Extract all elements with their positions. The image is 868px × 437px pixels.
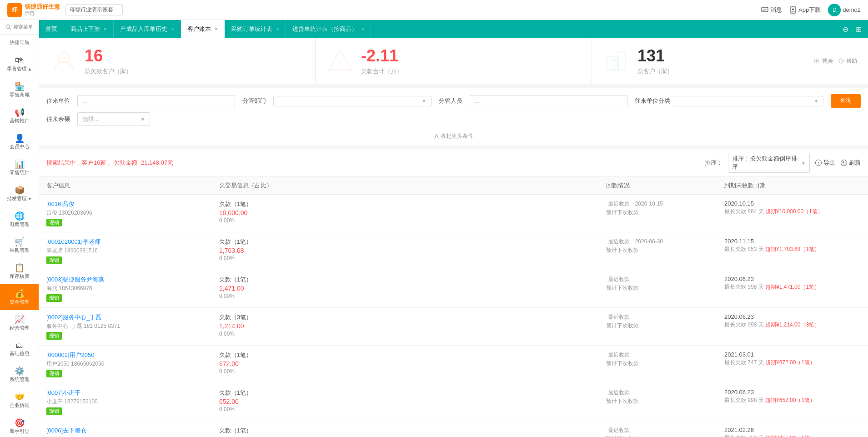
- filter-person-label: 分管人员: [439, 97, 466, 105]
- filter-unit-input[interactable]: ...: [77, 95, 235, 107]
- stat-card-total-customers: 131 总客户（家） 视频 ? 帮助: [592, 38, 868, 84]
- industry-select[interactable]: 母婴行业演示账套: [65, 4, 123, 15]
- message-btn[interactable]: 消息: [761, 6, 782, 14]
- export-btn[interactable]: ↑ 导出: [815, 159, 835, 167]
- filter-dept-label: 分管部门: [242, 97, 270, 105]
- sidebar-item-basic-info[interactable]: 🗂 基础信息: [0, 336, 39, 362]
- customer-name-1[interactable]: [0001020001]李老师: [46, 238, 100, 245]
- stats-section: ¥ 16 总欠款客户（家） !: [39, 38, 868, 84]
- tab-close-customer-account[interactable]: ×: [215, 26, 218, 32]
- filter-person-dots: ...: [475, 98, 480, 105]
- refresh-btn[interactable]: ↻ 刷新: [841, 159, 861, 167]
- customer-name-2[interactable]: [0003]畅捷服务尹海燕: [46, 276, 104, 283]
- sidebar-item-search[interactable]: 搜索菜单: [0, 20, 39, 35]
- sidebar-item-enterprise[interactable]: 🤝 企业协同: [0, 387, 39, 413]
- sidebar-item-system[interactable]: ⚙️ 系统管理: [0, 362, 39, 387]
- overdue-link-6[interactable]: 超期¥455.90（1笔）: [765, 435, 815, 437]
- tab-incoming-stats[interactable]: 进货单统计表（按商品） ×: [286, 20, 371, 38]
- stat-icon-total-debt: !: [326, 47, 354, 75]
- video-link[interactable]: 视频: [814, 57, 833, 65]
- collapse-label: 收起更多条件: [441, 132, 473, 140]
- tab-home[interactable]: 首页: [39, 20, 64, 38]
- refresh-icon: ↻: [841, 160, 847, 166]
- customer-info-1: [0001020001]李老师 李老师 18600391516 现销: [46, 238, 219, 264]
- filter-balance-label: 往来余额: [46, 115, 74, 123]
- customer-name-5[interactable]: [0007]小迸干: [46, 389, 80, 396]
- tab-collapse-btn[interactable]: ⊖: [840, 24, 851, 35]
- customer-name-3[interactable]: [0002]服务中心_丁磊: [46, 314, 101, 321]
- filter-person-input[interactable]: ...: [470, 95, 627, 107]
- help-link[interactable]: ? 帮助: [838, 57, 857, 65]
- customer-tag-2: 现销: [46, 294, 62, 302]
- result-actions: 排序： 排序：按欠款金额倒序排序 ▼ ↑ 导出 ↻ 刷新: [705, 153, 861, 173]
- brand-name: 畅捷通好生意: [25, 3, 60, 10]
- filter-dept: 分管部门 ▼: [242, 96, 431, 106]
- tab-close-product-history[interactable]: ×: [171, 26, 174, 32]
- debt-customers-number: 16: [85, 46, 132, 65]
- stat-icon-total-customers: [603, 47, 630, 75]
- sidebar-item-retail-stats[interactable]: 📊 零售统计: [0, 155, 39, 181]
- svg-marker-12: [816, 60, 818, 62]
- customer-name-0[interactable]: [0016]吕俊: [46, 201, 75, 207]
- sidebar-item-batch-mgmt[interactable]: 📦 批发管理▼: [0, 181, 39, 206]
- sidebar-item-retail-mall[interactable]: 🏪 零售商城: [0, 77, 39, 103]
- filter-category-arrow: ▼: [814, 99, 818, 104]
- user-menu[interactable]: D demo2: [828, 4, 861, 16]
- tab-close-product-off[interactable]: ×: [104, 26, 107, 32]
- sort-select[interactable]: 排序：按欠款金额倒序排序 ▼: [728, 153, 810, 173]
- filter-balance-select[interactable]: 选择... ▼: [77, 112, 150, 126]
- customer-name-6[interactable]: [0006]去下粮仓: [46, 427, 86, 434]
- sort-arrow: ▼: [801, 161, 806, 166]
- stat-info-total-debt: -2.11 欠款合计（万）: [361, 46, 402, 75]
- top-bar-right: 消息 App下载 D demo2: [761, 4, 861, 16]
- overdue-link-1[interactable]: 超期¥1,703.68（1笔）: [765, 246, 820, 252]
- customer-info-0: [0016]吕俊 吕俊 13026203696 现销: [46, 200, 219, 226]
- sidebar-item-operations[interactable]: 📈 经营管理: [0, 310, 39, 336]
- filter-section: 往来单位 ... 分管部门 ▼ 分管人员 ...: [39, 88, 868, 146]
- total-customers-number: 131: [637, 46, 673, 65]
- sidebar-item-member[interactable]: 👤 会员中心: [0, 129, 39, 155]
- sidebar-item-finance[interactable]: 💰 资金管理: [0, 284, 39, 310]
- customer-info-6: [0006]去下粮仓 陈小帝 现销: [46, 427, 219, 437]
- customer-tag-4: 现销: [46, 370, 62, 377]
- filter-dept-input[interactable]: ▼: [273, 96, 431, 106]
- customer-contact-2: 海燕 18513066976: [46, 285, 219, 292]
- tab-close-purchase-order[interactable]: ×: [276, 26, 279, 32]
- sidebar-item-retail-mgmt[interactable]: 🛍 零售管理▲: [0, 50, 39, 77]
- col-header-overdue: 到期未收款日期: [724, 181, 861, 190]
- tab-close-incoming-stats[interactable]: ×: [361, 26, 364, 32]
- collapse-icon: ⋀: [434, 133, 439, 140]
- app-download-btn[interactable]: App下载: [789, 6, 821, 14]
- tab-product-history[interactable]: 产成品入库单历史 ×: [114, 20, 181, 38]
- recovery-0: 最近收款 2020-10-15 预计下次收款: [606, 200, 724, 216]
- collapse-row[interactable]: ⋀ 收起更多条件: [46, 131, 861, 141]
- overdue-link-5[interactable]: 超期¥652.00（1笔）: [765, 397, 815, 403]
- result-info: 搜索结果中，客户16家， 欠款金额 -21,148.07元: [46, 159, 173, 167]
- overdue-link-0[interactable]: 超期¥10,000.00（1笔）: [765, 208, 823, 215]
- sidebar-item-ecommerce[interactable]: 🌐 电商管理: [0, 206, 39, 232]
- filter-dept-arrow: ▼: [422, 99, 426, 104]
- sub-brand: 示范: [25, 10, 60, 16]
- filter-category-label: 往来单位分类: [635, 97, 670, 105]
- filter-category-input[interactable]: ▼: [674, 96, 823, 106]
- sidebar-item-newbie[interactable]: 🎯 新手引导: [0, 413, 39, 437]
- svg-text:?: ?: [840, 60, 842, 63]
- total-customers-label: 总客户（家）: [637, 67, 673, 75]
- query-button[interactable]: 查询: [831, 94, 861, 108]
- debt-info-6: 欠款（1笔） 455.90 0.00%: [219, 427, 606, 437]
- sidebar-item-purchase[interactable]: 🛒 采购管理: [0, 232, 39, 258]
- sidebar-item-marketing[interactable]: 📢 营销推广: [0, 103, 39, 129]
- tab-expand-btn[interactable]: ⊞: [853, 24, 864, 35]
- tab-customer-account[interactable]: 客户账本 ×: [181, 20, 225, 38]
- tab-purchase-order[interactable]: 采购订单统计表 ×: [225, 20, 286, 38]
- filter-unit: 往来单位 ...: [46, 95, 235, 107]
- overdue-link-4[interactable]: 超期¥672.00（1笔）: [765, 359, 815, 366]
- sidebar-item-quick-nav[interactable]: 快捷导航: [0, 35, 39, 50]
- overdue-link-3[interactable]: 超期¥1,214.00（3笔）: [765, 321, 820, 328]
- overdue-link-2[interactable]: 超期¥1,471.00（1笔）: [765, 284, 820, 290]
- customer-name-4[interactable]: [000002]用户2050: [46, 352, 95, 358]
- col-header-customer: 客户信息: [46, 181, 219, 190]
- tab-product-off[interactable]: 商品上下架 ×: [64, 20, 114, 38]
- svg-rect-8: [607, 56, 615, 70]
- sidebar-item-inventory[interactable]: 📋 库存核算: [0, 258, 39, 284]
